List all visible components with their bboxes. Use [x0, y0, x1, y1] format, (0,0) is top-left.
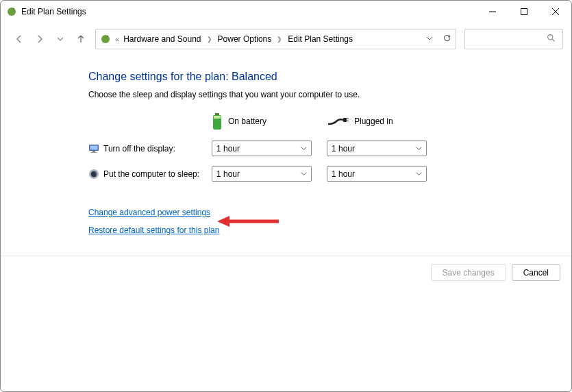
- content-area: Change settings for the plan: Balanced C…: [1, 51, 571, 257]
- restore-defaults-link[interactable]: Restore default settings for this plan: [88, 225, 219, 235]
- navigation-toolbar: « Hardware and Sound ❯ Power Options ❯ E…: [1, 27, 571, 51]
- power-options-icon: [6, 6, 17, 17]
- page-title: Change settings for the plan: Balanced: [88, 71, 558, 83]
- plugged-in-label: Plugged in: [354, 117, 393, 126]
- display-label: Turn off the display:: [103, 144, 175, 154]
- window-controls: [477, 1, 571, 23]
- page-subtitle: Choose the sleep and display settings th…: [88, 90, 558, 99]
- footer-buttons: Save changes Cancel: [431, 264, 560, 281]
- chevron-right-icon[interactable]: ❯: [275, 36, 284, 42]
- save-button: Save changes: [431, 264, 506, 281]
- overflow-icon[interactable]: «: [115, 35, 119, 43]
- search-icon: [547, 34, 556, 45]
- window-title: Edit Plan Settings: [21, 7, 86, 16]
- display-icon: [88, 143, 99, 154]
- breadcrumb-item[interactable]: Power Options: [218, 34, 272, 44]
- recent-dropdown-icon[interactable]: [54, 33, 66, 45]
- svg-rect-10: [214, 116, 221, 119]
- title-bar: Edit Plan Settings: [1, 1, 571, 23]
- display-plugged-dropdown[interactable]: 1 hour: [327, 140, 427, 156]
- on-battery-label: On battery: [228, 117, 266, 126]
- address-dropdown-icon[interactable]: [426, 34, 433, 44]
- minimize-button[interactable]: [477, 1, 508, 23]
- sleep-battery-dropdown[interactable]: 1 hour: [212, 166, 312, 182]
- up-button[interactable]: [75, 33, 87, 45]
- advanced-settings-link[interactable]: Change advanced power settings: [88, 208, 210, 217]
- annotation-arrow: [217, 215, 279, 230]
- sleep-icon: [88, 169, 99, 180]
- sleep-plugged-dropdown[interactable]: 1 hour: [327, 166, 427, 182]
- plug-icon: [327, 116, 349, 127]
- sleep-label: Put the computer to sleep:: [103, 169, 199, 179]
- display-battery-dropdown[interactable]: 1 hour: [212, 140, 312, 156]
- back-button[interactable]: [13, 33, 25, 45]
- close-button[interactable]: [540, 1, 571, 23]
- chevron-down-icon: [416, 144, 422, 154]
- svg-point-0: [8, 8, 16, 16]
- breadcrumb-item[interactable]: Hardware and Sound: [123, 34, 201, 44]
- svg-rect-2: [521, 9, 527, 15]
- svg-rect-11: [343, 118, 347, 122]
- svg-point-5: [101, 35, 110, 43]
- maximize-button[interactable]: [508, 1, 540, 23]
- svg-rect-17: [91, 152, 97, 153]
- svg-point-6: [548, 35, 553, 40]
- svg-rect-15: [90, 145, 98, 149]
- display-row: Turn off the display: 1 hour 1 hour: [88, 140, 558, 156]
- search-input[interactable]: [464, 29, 563, 49]
- divider: [1, 256, 571, 256]
- chevron-down-icon: [416, 169, 422, 179]
- column-headers: On battery Plugged in: [88, 112, 558, 131]
- sleep-row: Put the computer to sleep: 1 hour 1 hour: [88, 166, 558, 182]
- svg-rect-8: [215, 113, 219, 115]
- battery-icon: [212, 112, 223, 131]
- chevron-down-icon: [301, 169, 307, 179]
- chevron-down-icon: [301, 144, 307, 154]
- refresh-icon[interactable]: [443, 34, 451, 45]
- svg-rect-16: [92, 151, 95, 152]
- svg-line-7: [552, 39, 554, 41]
- address-bar[interactable]: « Hardware and Sound ❯ Power Options ❯ E…: [95, 29, 456, 49]
- power-options-icon: [100, 34, 111, 45]
- cancel-button[interactable]: Cancel: [512, 264, 560, 281]
- forward-button[interactable]: [34, 33, 46, 45]
- breadcrumb-item[interactable]: Edit Plan Settings: [288, 34, 353, 44]
- chevron-right-icon[interactable]: ❯: [206, 36, 214, 42]
